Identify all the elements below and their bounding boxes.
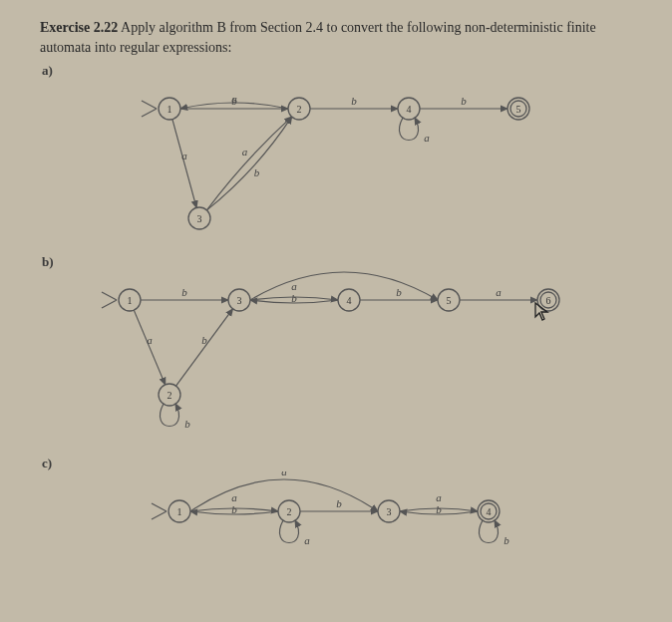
svg-text:b: b [254,166,260,178]
svg-text:b: b [231,503,237,515]
svg-text:a: a [291,280,297,292]
svg-text:1: 1 [177,506,182,517]
part-a-label: a) [42,63,632,79]
svg-text:4: 4 [407,104,412,115]
svg-text:b: b [396,286,402,298]
diagram-a: baaabbba12345 [40,79,632,248]
document-page: Exercise 2.22 Apply algorithm B from Sec… [0,0,672,622]
svg-text:5: 5 [447,295,452,306]
svg-text:4: 4 [487,506,492,517]
svg-text:a: a [147,334,153,346]
svg-text:1: 1 [128,295,133,306]
svg-text:2: 2 [168,390,172,401]
svg-text:a: a [231,491,237,503]
diagram-c: abababab1234 [40,471,632,581]
svg-text:b: b [184,418,190,430]
exercise-header: Exercise 2.22 Apply algorithm B from Sec… [40,18,632,57]
svg-text:3: 3 [387,506,392,517]
svg-text:b: b [351,95,357,107]
svg-text:b: b [291,292,297,304]
svg-text:a: a [304,534,310,546]
svg-text:6: 6 [546,295,551,306]
nfa-c-svg: abababab1234 [40,471,598,581]
svg-text:a: a [424,132,430,144]
svg-text:a: a [281,471,287,477]
svg-text:4: 4 [347,295,352,306]
part-c-label: c) [42,456,632,471]
svg-text:1: 1 [168,104,172,115]
svg-text:2: 2 [297,104,302,115]
svg-text:a: a [181,150,187,161]
svg-text:a: a [242,146,248,157]
diagram-b: babbabbba123456 [40,270,632,450]
svg-text:a: a [436,491,442,503]
exercise-text: Apply algorithm B from Section 2.4 to co… [40,20,596,55]
svg-text:b: b [201,334,207,346]
svg-text:b: b [336,497,342,509]
exercise-label: Exercise 2.22 [40,20,118,35]
svg-text:5: 5 [516,104,521,115]
nfa-a-svg: baaabbba12345 [40,79,598,248]
svg-text:b: b [181,286,187,298]
svg-text:3: 3 [237,295,242,306]
svg-text:b: b [461,95,467,107]
svg-text:2: 2 [287,506,292,517]
svg-text:3: 3 [197,213,202,224]
svg-text:b: b [436,503,442,515]
part-b-label: b) [42,254,632,270]
svg-text:b: b [504,534,509,546]
svg-text:a: a [496,286,502,298]
svg-text:a: a [231,93,237,105]
nfa-b-svg: babbabbba123456 [40,270,598,450]
